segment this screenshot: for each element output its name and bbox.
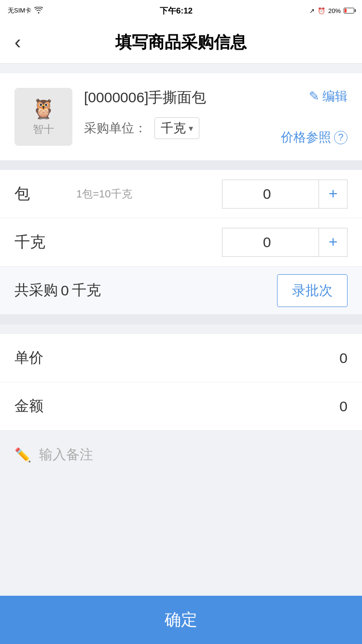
product-name: [0000006]手撕面包 [84,88,348,108]
status-time: 下午6:12 [160,5,193,16]
price-ref-label: 价格参照 [281,129,331,146]
product-image-label: 智十 [33,122,54,137]
kg-quantity-row: 千克 + [0,218,362,266]
kg-input-wrap: + [222,228,348,257]
battery-icon [344,8,354,14]
dropdown-arrow-icon: ▾ [189,123,193,134]
notes-placeholder: 输入备注 [39,446,93,464]
bao-input-wrap: + [222,180,348,209]
product-owl-icon: 🦉 [31,98,56,120]
edit-label: 编辑 [322,88,348,105]
amount-row: 金额 0 [0,382,362,431]
status-left: 无SIM卡 [8,6,43,15]
bao-sub-label: 1包=10千克 [76,187,132,201]
help-icon: ? [334,131,348,144]
page-title: 填写商品采购信息 [115,31,247,54]
kg-input[interactable] [222,228,319,257]
section-divider-2 [0,315,362,324]
unit-value: 千克 [161,120,186,137]
location-icon: ↗ [309,7,315,14]
edit-icon: ✎ [309,89,320,104]
amount-label: 金额 [14,396,72,416]
notes-section[interactable]: ✏️ 输入备注 [0,431,362,479]
confirm-button[interactable]: 确定 [0,596,362,644]
back-button[interactable]: ‹ [10,27,26,58]
unit-price-row: 单价 0 [0,334,362,382]
quantity-section: 包 1包=10千克 + 千克 + [0,170,362,266]
unit-label: 采购单位： [84,120,147,137]
total-unit: 千克 [72,280,101,300]
nav-bar: ‹ 填写商品采购信息 [0,21,362,64]
bao-label: 包 [14,183,72,205]
price-info-section: 单价 0 金额 0 [0,334,362,431]
kg-plus-button[interactable]: + [319,228,348,257]
battery-percentage: 20% [328,7,341,14]
bao-plus-button[interactable]: + [319,180,348,209]
status-bar: 无SIM卡 下午6:12 ↗ ⏰ 20% [0,0,362,21]
unit-price-label: 单价 [14,348,72,368]
record-batch-button[interactable]: 录批次 [277,274,348,307]
product-image: 🦉 智十 [14,88,72,146]
kg-label: 千克 [14,232,72,253]
section-divider-1 [0,160,362,170]
amount-value: 0 [339,398,348,415]
pencil-icon: ✏️ [14,447,31,463]
carrier-text: 无SIM卡 [8,6,31,15]
total-row: 共采购 0 千克 录批次 [0,266,362,315]
total-prefix: 共采购 [14,280,58,300]
edit-button[interactable]: ✎ 编辑 [309,88,348,105]
unit-select[interactable]: 千克 ▾ [154,117,199,139]
bao-quantity-row: 包 1包=10千克 + [0,170,362,218]
wifi-icon [34,7,43,15]
total-value: 0 [61,282,69,299]
bao-input[interactable] [222,180,319,209]
unit-price-value: 0 [339,350,348,366]
product-card: 🦉 智十 [0000006]手撕面包 采购单位： 千克 ▾ ✎ 编辑 价格参照 … [0,73,362,160]
alarm-icon: ⏰ [318,7,325,14]
status-right: ↗ ⏰ 20% [309,7,354,14]
price-ref-button[interactable]: 价格参照 ? [281,129,348,146]
